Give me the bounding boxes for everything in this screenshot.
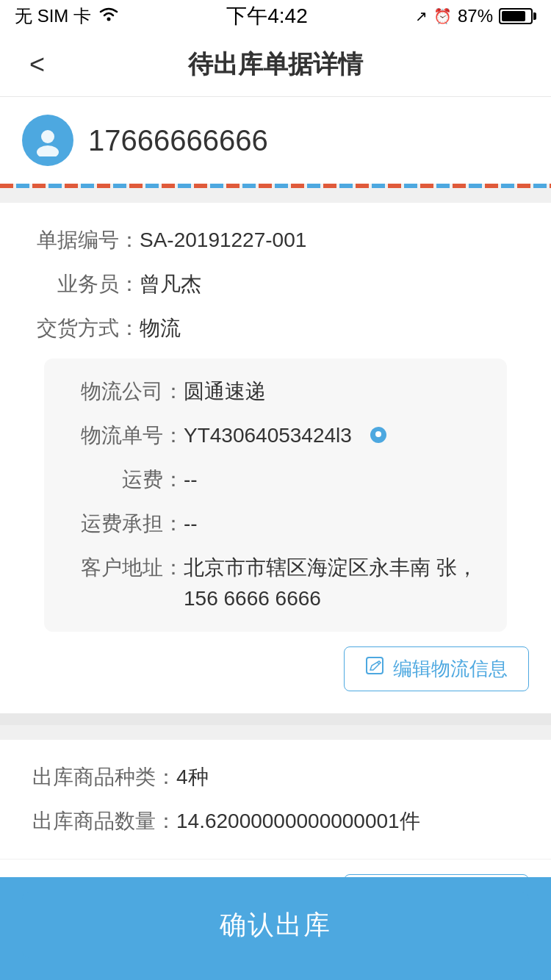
goods-section: 出库商品种类： 4种 出库商品数量： 14.62000000000000001件 [0, 740, 551, 859]
status-bar-left: 无 SIM 卡 [15, 4, 119, 28]
freight-value: -- [184, 464, 485, 495]
battery-percent: 87% [458, 6, 493, 26]
svg-point-1 [41, 130, 54, 143]
map-pin-icon [365, 424, 392, 450]
order-info-section: 单据编号： SA-20191227-001 业务员： 曾凡杰 交货方式： 物流 … [0, 203, 551, 713]
svg-point-2 [37, 145, 59, 156]
freight-bearer-value: -- [184, 508, 485, 539]
alarm-icon: ⏰ [433, 7, 452, 25]
edit-icon [365, 656, 386, 682]
nav-bar: < 待出库单据详情 [0, 32, 551, 97]
location-arrow-icon: ↗ [415, 7, 428, 25]
freight-row: 运费： -- [66, 464, 485, 495]
back-button[interactable]: < [22, 42, 52, 87]
salesperson-label: 业务员： [22, 269, 140, 300]
tracking-no-row: 物流单号： YT43064053424l3 [66, 420, 485, 451]
salesperson-value: 曾凡杰 [140, 269, 529, 300]
logistics-company-row: 物流公司： 圆通速递 [66, 376, 485, 407]
freight-bearer-row: 运费承担： -- [66, 508, 485, 539]
order-no-row: 单据编号： SA-20191227-001 [22, 225, 529, 256]
status-bar: 无 SIM 卡 下午4:42 ↗ ⏰ 87% [0, 0, 551, 32]
status-bar-right: ↗ ⏰ 87% [415, 6, 536, 26]
edit-logistics-label: 编辑物流信息 [393, 656, 508, 682]
page-title: 待出库单据详情 [188, 48, 363, 82]
customer-card: 17666666666 [0, 97, 551, 184]
goods-quantity-value: 14.62000000000000001件 [176, 806, 529, 837]
svg-rect-5 [367, 657, 383, 674]
logistics-company-value: 圆通速递 [184, 376, 485, 407]
edit-logistics-button[interactable]: 编辑物流信息 [344, 646, 529, 691]
wifi-icon [98, 6, 119, 26]
avatar [22, 115, 73, 166]
address-row: 客户地址： 北京市市辖区海淀区永丰南 张，156 6666 6666 [66, 552, 485, 614]
section-divider [0, 713, 551, 725]
dashed-divider [0, 184, 551, 188]
order-no-value: SA-20191227-001 [140, 225, 529, 256]
goods-type-label: 出库商品种类： [22, 762, 176, 793]
logistics-company-label: 物流公司： [66, 376, 184, 407]
goods-type-row: 出库商品种类： 4种 [22, 762, 529, 793]
goods-quantity-row: 出库商品数量： 14.62000000000000001件 [22, 806, 529, 837]
content: 17666666666 单据编号： SA-20191227-001 业务员： 曾… [0, 97, 551, 980]
svg-point-0 [107, 18, 111, 21]
carrier-text: 无 SIM 卡 [15, 4, 91, 28]
edit-logistics-wrapper: 编辑物流信息 [22, 632, 529, 691]
freight-label: 运费： [66, 464, 184, 495]
tracking-no-label: 物流单号： [66, 420, 184, 451]
tracking-no-value: YT43064053424l3 [184, 420, 485, 451]
address-value: 北京市市辖区海淀区永丰南 张，156 6666 6666 [184, 552, 485, 614]
salesperson-row: 业务员： 曾凡杰 [22, 269, 529, 300]
logistics-card: 物流公司： 圆通速递 物流单号： YT43064053424l3 运费： -- [44, 359, 507, 632]
address-label: 客户地址： [66, 552, 184, 583]
delivery-method-row: 交货方式： 物流 [22, 313, 529, 344]
confirm-outbound-button[interactable]: 确认出库 [22, 892, 529, 958]
freight-bearer-label: 运费承担： [66, 508, 184, 539]
confirm-btn-wrapper: 确认出库 [0, 877, 551, 980]
order-no-label: 单据编号： [22, 225, 140, 256]
status-bar-time: 下午4:42 [226, 2, 308, 30]
delivery-method-label: 交货方式： [22, 313, 140, 344]
customer-phone: 17666666666 [88, 124, 268, 157]
battery-icon [499, 8, 536, 24]
goods-quantity-label: 出库商品数量： [22, 806, 176, 837]
delivery-method-value: 物流 [140, 313, 529, 344]
svg-point-4 [375, 431, 381, 437]
goods-type-value: 4种 [176, 762, 529, 793]
